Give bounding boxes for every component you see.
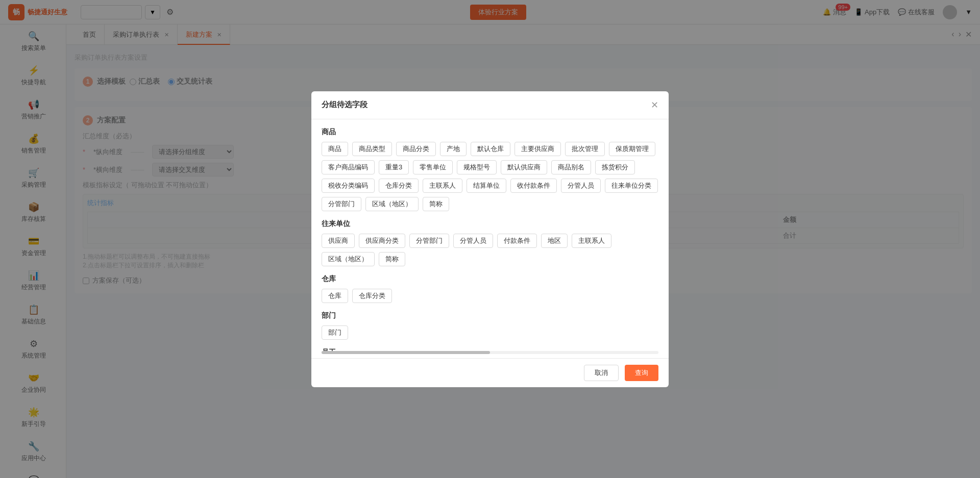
modal-scrollbar[interactable] (322, 351, 658, 354)
field-tag[interactable]: 简称 (423, 197, 449, 211)
field-tag[interactable]: 商品 (322, 142, 348, 156)
field-tag[interactable]: 付款条件 (497, 234, 537, 248)
field-section-商品: 商品商品商品类型商品分类产地默认仓库主要供应商批次管理保质期管理客户商品编码重量… (322, 128, 658, 211)
field-tag[interactable]: 收付款条件 (510, 179, 557, 193)
field-section-仓库: 仓库仓库仓库分类 (322, 274, 658, 303)
field-select-modal: 分组待选字段 ✕ 商品商品商品类型商品分类产地默认仓库主要供应商批次管理保质期管… (311, 91, 669, 387)
field-tag[interactable]: 产地 (440, 142, 467, 156)
field-tag[interactable]: 往来单位分类 (605, 179, 658, 193)
field-section-title: 部门 (322, 311, 658, 320)
field-tag[interactable]: 批次管理 (565, 142, 605, 156)
modal-overlay: 分组待选字段 ✕ 商品商品商品类型商品分类产地默认仓库主要供应商批次管理保质期管… (0, 0, 980, 478)
modal-title: 分组待选字段 (322, 100, 368, 110)
field-tag[interactable]: 主联系人 (572, 234, 611, 248)
field-tags-商品: 商品商品类型商品分类产地默认仓库主要供应商批次管理保质期管理客户商品编码重量3零… (322, 142, 658, 211)
field-tag[interactable]: 分管人员 (453, 234, 493, 248)
field-tag[interactable]: 简称 (379, 252, 405, 266)
field-tag[interactable]: 区域（地区） (365, 197, 419, 211)
field-tag[interactable]: 供应商 (322, 234, 355, 248)
field-tag[interactable]: 分管人员 (561, 179, 601, 193)
field-tag[interactable]: 零售单位 (413, 160, 453, 174)
modal-header: 分组待选字段 ✕ (311, 91, 669, 119)
field-tag[interactable]: 结算单位 (467, 179, 506, 193)
field-tag[interactable]: 主联系人 (423, 179, 462, 193)
modal-body: 商品商品商品类型商品分类产地默认仓库主要供应商批次管理保质期管理客户商品编码重量… (311, 119, 669, 351)
field-tag[interactable]: 仓库分类 (379, 179, 419, 193)
cancel-button[interactable]: 取消 (584, 365, 619, 381)
field-tag[interactable]: 默认仓库 (471, 142, 510, 156)
field-tags-仓库: 仓库仓库分类 (322, 289, 658, 303)
field-tag[interactable]: 仓库分类 (352, 289, 392, 303)
field-tag[interactable]: 部门 (322, 325, 348, 340)
field-tag[interactable]: 主要供应商 (514, 142, 561, 156)
field-tag[interactable]: 保质期管理 (609, 142, 655, 156)
field-section-部门: 部门部门 (322, 311, 658, 340)
field-section-员工: 员工业务员 (322, 348, 658, 351)
confirm-button[interactable]: 查询 (625, 365, 658, 381)
field-tag[interactable]: 规格型号 (457, 160, 497, 174)
field-section-往来单位: 往来单位供应商供应商分类分管部门分管人员付款条件地区主联系人区域（地区）简称 (322, 219, 658, 266)
field-section-title: 仓库 (322, 274, 658, 284)
field-tag[interactable]: 商品分类 (396, 142, 436, 156)
field-tag[interactable]: 供应商分类 (359, 234, 405, 248)
field-tag[interactable]: 重量3 (379, 160, 409, 174)
field-tag[interactable]: 仓库 (322, 289, 348, 303)
field-tag[interactable]: 地区 (541, 234, 568, 248)
field-tag[interactable]: 商品别名 (551, 160, 591, 174)
modal-close-btn[interactable]: ✕ (651, 99, 658, 111)
field-tag[interactable]: 商品类型 (352, 142, 392, 156)
field-tag[interactable]: 默认供应商 (501, 160, 547, 174)
field-tag[interactable]: 税收分类编码 (322, 179, 375, 193)
field-tag[interactable]: 分管部门 (322, 197, 361, 211)
field-tag[interactable]: 拣货积分 (595, 160, 635, 174)
modal-footer: 取消 查询 (311, 358, 669, 387)
field-tag[interactable]: 区域（地区） (322, 252, 375, 266)
field-tags-往来单位: 供应商供应商分类分管部门分管人员付款条件地区主联系人区域（地区）简称 (322, 234, 658, 266)
field-section-title: 往来单位 (322, 219, 658, 229)
field-section-title: 商品 (322, 128, 658, 137)
field-tags-部门: 部门 (322, 325, 658, 340)
field-section-title: 员工 (322, 348, 658, 351)
field-tag[interactable]: 客户商品编码 (322, 160, 375, 174)
modal-scroll-thumb (322, 351, 490, 354)
field-tag[interactable]: 分管部门 (409, 234, 449, 248)
